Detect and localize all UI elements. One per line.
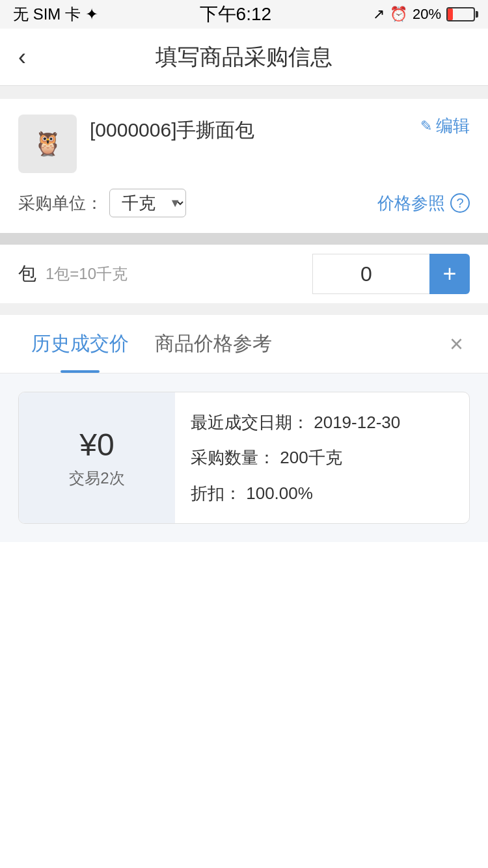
edit-button[interactable]: ✎ 编辑 (420, 115, 470, 137)
purchase-qty-label: 采购数量： (191, 448, 275, 467)
help-circle-icon[interactable]: ? (450, 193, 470, 213)
bottom-area (0, 542, 488, 868)
quantity-left: 包 1包=10千克 (18, 262, 128, 286)
history-trades-label: 交易2次 (69, 468, 124, 489)
back-button[interactable]: ‹ (18, 44, 26, 71)
discount-value: 100.00% (246, 483, 313, 503)
tabs-header: 历史成交价 商品价格参考 × (0, 315, 488, 373)
product-left: 🦉 [0000006]手撕面包 (18, 115, 254, 173)
edit-label: 编辑 (436, 115, 470, 137)
product-top-row: 🦉 [0000006]手撕面包 ✎ 编辑 (18, 115, 470, 173)
recent-date-row: 最近成交日期： 2019-12-30 (191, 411, 454, 434)
battery-fill (448, 8, 453, 20)
tabs-left: 历史成交价 商品价格参考 (18, 315, 285, 373)
recent-date-value: 2019-12-30 (314, 413, 400, 432)
product-logo-icon: 🦉 (33, 130, 62, 157)
sim-label: 无 SIM 卡 ✦ (13, 4, 98, 25)
status-time: 下午6:12 (200, 2, 272, 27)
purchase-qty-value: 200千克 (280, 448, 342, 467)
recent-date-label: 最近成交日期： (191, 413, 309, 432)
product-thumbnail: 🦉 (18, 115, 77, 173)
battery-icon (446, 7, 475, 21)
unit-select[interactable]: 千克 包 (109, 189, 186, 217)
history-price-section: ¥0 交易2次 (19, 392, 175, 523)
history-card: ¥0 交易2次 最近成交日期： 2019-12-30 采购数量： 200千克 折… (18, 392, 470, 524)
tab-content-history: ¥0 交易2次 最近成交日期： 2019-12-30 采购数量： 200千克 折… (0, 373, 488, 542)
history-price-value: ¥0 (79, 427, 114, 463)
page-title: 填写商品采购信息 (156, 42, 332, 72)
product-section: 🦉 [0000006]手撕面包 ✎ 编辑 采购单位： 千克 包 价格参照 ? (0, 99, 488, 233)
unit-select-wrapper[interactable]: 千克 包 (109, 189, 186, 217)
help-icon: ? (456, 196, 463, 211)
battery-text: 20% (413, 6, 441, 23)
alarm-icon: ⏰ (390, 6, 407, 23)
gray-divider (0, 233, 488, 245)
tabs-container: 历史成交价 商品价格参考 × ¥0 交易2次 最近成交日期： 2019-12-3… (0, 315, 488, 542)
tabs-close-button[interactable]: × (443, 324, 470, 364)
price-ref-label: 价格参照 (377, 192, 445, 215)
unit-conversion: 1包=10千克 (46, 264, 128, 284)
status-right: ↗ ⏰ 20% (373, 6, 475, 23)
tab-product-price-ref[interactable]: 商品价格参考 (142, 315, 285, 373)
bao-label: 包 (18, 262, 36, 286)
location-icon: ↗ (373, 6, 385, 23)
edit-icon: ✎ (420, 118, 432, 135)
status-left: 无 SIM 卡 ✦ (13, 4, 98, 25)
status-bar: 无 SIM 卡 ✦ 下午6:12 ↗ ⏰ 20% (0, 0, 488, 29)
nav-bar: ‹ 填写商品采购信息 (0, 29, 488, 86)
discount-label: 折扣： (191, 483, 241, 503)
tab-history-price[interactable]: 历史成交价 (18, 315, 142, 373)
product-unit-row: 采购单位： 千克 包 价格参照 ? (18, 189, 470, 217)
product-name: [0000006]手撕面包 (90, 115, 254, 144)
unit-label: 采购单位： (18, 192, 103, 215)
quantity-section: 包 1包=10千克 + (0, 245, 488, 303)
quantity-plus-button[interactable]: + (429, 254, 470, 294)
unit-left: 采购单位： 千克 包 (18, 189, 186, 217)
quantity-right: + (312, 254, 470, 294)
discount-row: 折扣： 100.00% (191, 481, 454, 505)
purchase-qty-row: 采购数量： 200千克 (191, 446, 454, 469)
history-details-section: 最近成交日期： 2019-12-30 采购数量： 200千克 折扣： 100.0… (175, 392, 469, 523)
quantity-input[interactable] (312, 254, 429, 294)
price-ref-button[interactable]: 价格参照 ? (377, 192, 470, 215)
